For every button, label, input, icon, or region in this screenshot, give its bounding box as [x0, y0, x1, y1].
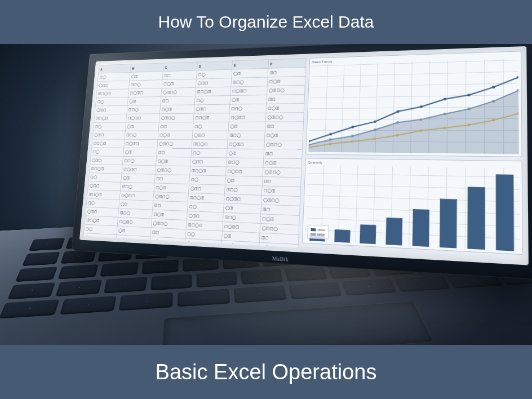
spreadsheet-cell: ◫▢ — [161, 96, 195, 105]
spreadsheet-cell: ▢◯◫ — [160, 105, 194, 113]
spreadsheet-cell: ◫▢◯◫ — [85, 216, 118, 225]
spreadsheet-cell: ◯◫ — [232, 69, 268, 78]
key: · — [0, 299, 59, 319]
spreadsheet-cell: ▢◯◫ — [266, 104, 304, 113]
spreadsheet-cell: ◫▢ — [263, 177, 301, 187]
svg-point-5 — [420, 105, 423, 108]
spreadsheet-cell: ◫▢◯ — [127, 105, 160, 114]
spreadsheet-cell: ▢◯ — [188, 202, 224, 212]
spreadsheet-cell: ◫▢◯◫ — [92, 139, 125, 147]
key: · — [22, 251, 60, 265]
spreadsheet-cell: ▢◯◫▢ — [229, 113, 266, 122]
key: · — [15, 267, 58, 282]
key: · — [284, 266, 327, 282]
spreadsheet-cell: ◯◫▢ — [190, 158, 226, 167]
spreadsheet-cell: ▢◯◫ — [265, 131, 303, 140]
column-header: F — [268, 59, 305, 68]
spreadsheet-cell: ◯◫ — [224, 203, 261, 214]
spreadsheet-cell: ▢◯◫ — [154, 183, 189, 193]
spreadsheet-cell: ▢◯◫ — [158, 131, 192, 140]
spreadsheet-cell: ◯◫▢◯ — [159, 114, 194, 122]
laptop-brand-label: MaBik — [272, 255, 289, 263]
svg-rect-35 — [440, 199, 456, 249]
laptop-screen-bezel: ABCDEF▢◯◯◫◫▢▢◯◯◫◫▢◯◫▢◫▢◯▢◯◫◯◫▢◫▢◯▢◯◫◫▢◯◫… — [71, 44, 532, 280]
spreadsheet-cell: ◫▢◯◫ — [96, 89, 128, 97]
svg-rect-34 — [413, 209, 429, 247]
key: · — [7, 282, 56, 300]
key: · — [241, 269, 282, 285]
bar-chart: Quarterly seriesoption — [302, 158, 523, 255]
key: · — [178, 289, 230, 307]
spreadsheet-cell: ◯◫▢ — [90, 156, 123, 165]
spreadsheet-cell: ▢◯◫ — [150, 237, 185, 247]
spreadsheet-cell: ◫▢◯ — [125, 131, 158, 139]
spreadsheet-cell: ▢◯ — [96, 97, 128, 106]
spreadsheet-cell: ◫▢ — [267, 95, 304, 104]
spreadsheet-cell: ◫▢ — [268, 68, 305, 77]
top-banner: How To Organize Excel Data — [0, 0, 532, 44]
column-header: C — [163, 62, 197, 71]
charts-panel: Sales Trends Quarterly seriesoption — [302, 51, 523, 260]
svg-point-28 — [492, 119, 495, 122]
spreadsheet-cell: ▢◯◫▢ — [224, 194, 261, 205]
spreadsheet-cell: ◯◫▢ — [189, 184, 225, 194]
spreadsheet-cell: ▢◯◫ — [260, 214, 299, 225]
svg-rect-37 — [496, 175, 513, 251]
spreadsheet-cell: ◫▢◯◫ — [94, 114, 126, 122]
column-header: B — [130, 63, 163, 72]
spreadsheet-cell: ◯◫▢◯ — [266, 113, 304, 122]
svg-point-8 — [492, 86, 495, 88]
line-chart-canvas — [308, 59, 519, 154]
key: · — [394, 275, 450, 292]
svg-rect-32 — [360, 224, 376, 244]
spreadsheet-cell: ◫▢◯◫ — [194, 113, 229, 122]
svg-point-26 — [443, 127, 446, 130]
spreadsheet-cell: ◯◫▢ — [88, 181, 121, 190]
spreadsheet-cell: ▢◯◫▢ — [126, 114, 159, 122]
key: · — [59, 296, 117, 315]
top-title: How To Organize Excel Data — [158, 12, 374, 32]
spreadsheet-cell: ▢◯ — [86, 199, 119, 209]
spreadsheet-cell: ◫▢◯ — [116, 235, 150, 245]
line-chart: Sales Trends — [305, 51, 522, 157]
spreadsheet-cell: ▢◯◫ — [268, 77, 305, 86]
spreadsheet-cell: ◫▢◯ — [121, 183, 154, 192]
spreadsheet-cell: ◯◫▢ — [192, 131, 228, 140]
spreadsheet-cell: ◯◫▢ — [187, 211, 223, 221]
spreadsheet-cell: ◯◫▢ — [194, 105, 230, 113]
spreadsheet-cell: ◯◫ — [121, 174, 155, 183]
bottom-banner: Basic Excel Operations — [0, 345, 532, 399]
spreadsheet-cell: ▢◯◫ — [262, 186, 300, 196]
key: · — [197, 271, 238, 287]
spreadsheet-cell: ◫▢ — [264, 149, 302, 158]
spreadsheet-cell: ◫▢◯ — [129, 80, 162, 88]
spreadsheet-cell: ▢◯◫ — [162, 79, 196, 88]
svg-point-3 — [374, 121, 376, 123]
spreadsheet-cell: ▢◯ — [91, 148, 124, 156]
spreadsheet-cell: ◫▢◯ — [229, 104, 266, 113]
trackpad — [161, 301, 435, 345]
spreadsheet-grid: ABCDEF▢◯◯◫◫▢▢◯◯◫◫▢◯◫▢◫▢◯▢◯◫◯◫▢◫▢◯▢◯◫◫▢◯◫… — [83, 58, 307, 247]
key: · — [150, 274, 192, 290]
spreadsheet-cell: ◯◫▢◯ — [156, 166, 190, 175]
key: · — [119, 292, 173, 311]
spreadsheet-cell: ◯◫▢◯ — [263, 168, 302, 178]
spreadsheet-cell: ▢◯ — [98, 73, 130, 81]
spreadsheet-cell: ▢◯ — [94, 123, 126, 131]
spreadsheet-cell: ▢◯ — [89, 173, 122, 182]
spreadsheet-cell: ◯◫ — [123, 148, 157, 157]
spreadsheet-cell: ◫▢ — [163, 70, 197, 79]
spreadsheet-cell: ◯◫ — [127, 97, 161, 105]
spreadsheet-cell: ◫▢ — [157, 148, 191, 157]
spreadsheet-cell: ◯◫▢ — [86, 207, 118, 217]
spreadsheet-cell: ▢◯ — [197, 70, 232, 79]
key: · — [103, 277, 147, 294]
spreadsheet-cell: ▢◯◫▢ — [118, 218, 152, 228]
spreadsheet-cell: ▢◯◫▢ — [124, 140, 157, 148]
key: · — [141, 259, 179, 274]
key: · — [29, 238, 65, 251]
spreadsheet-cell: ◯◫▢◯ — [157, 140, 192, 148]
spreadsheet-cell: ◯◫▢◯ — [267, 86, 305, 95]
spreadsheet-cell: ◫▢◯ — [228, 131, 265, 140]
spreadsheet-cell: ▢◯ — [195, 96, 230, 104]
